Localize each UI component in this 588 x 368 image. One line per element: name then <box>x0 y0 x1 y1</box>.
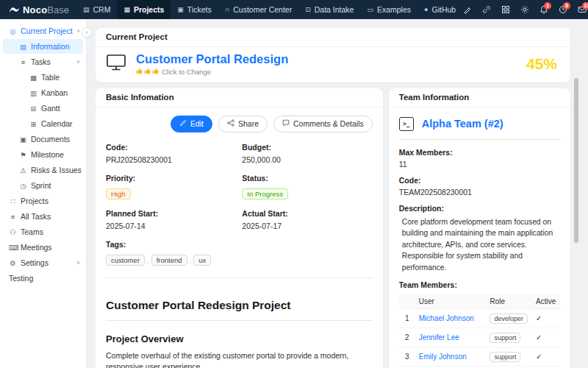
bell-badge: 1 <box>544 2 551 10</box>
sidebar-item-tasks[interactable]: ≡ Tasks ∧ <box>3 54 83 69</box>
sidebar-item-label: Projects <box>21 197 49 205</box>
sidebar-item-table[interactable]: ▦ Table <box>3 70 83 85</box>
logo-text-light: Base <box>47 4 69 15</box>
edit-button[interactable]: Edit <box>171 116 212 132</box>
basic-information-title: Basic Infomation <box>96 88 383 107</box>
sidebar-item-label: Milestone <box>31 150 64 159</box>
projects-grid-icon: ▦ <box>123 6 130 13</box>
nocobase-logo[interactable]: NocoBase <box>9 3 69 16</box>
sidebar-item-risks-issues[interactable]: ⚠ Risks & Issues <box>3 163 83 177</box>
description-text: Core platform development team focused o… <box>399 216 560 273</box>
active-check-icon: ✓ <box>532 309 560 328</box>
member-name-link[interactable]: Emily Johnson <box>419 353 467 361</box>
sidebar-item-information[interactable]: ▤ Information <box>3 39 83 54</box>
index-column-header <box>399 294 415 309</box>
overview-text: Complete overhaul of the existing custom… <box>106 350 373 368</box>
crm-file-icon: ▤ <box>83 6 90 13</box>
team-members-table: User Role Active 1 Michael Johnson <box>399 294 560 368</box>
sidebar-item-sprint[interactable]: ◷ Sprint <box>3 178 83 193</box>
overview-heading: Project Overview <box>106 333 373 344</box>
main-scrollbar[interactable] <box>574 78 578 243</box>
user-column-header: User <box>415 294 487 309</box>
sidebar-item-settings[interactable]: ⚙ Settings ∨ <box>3 255 83 270</box>
gear-icon[interactable] <box>520 5 529 15</box>
active-column-header: Active <box>532 294 560 309</box>
tickets-icon: ▣ <box>177 6 184 13</box>
chevron-icon: ∧ <box>76 59 80 65</box>
member-name-link[interactable]: Jennifer Lee <box>419 333 459 342</box>
pen-icon[interactable] <box>462 5 472 15</box>
tag-chip[interactable]: ux <box>193 255 211 266</box>
nav-item-projects[interactable]: ▦ Projects <box>117 0 171 19</box>
sidebar-item-teams[interactable]: ⚇ Teams <box>3 224 83 239</box>
nav-item-label: Projects <box>134 5 164 14</box>
main-content: Current Project Customer Portal Redesign… <box>87 19 588 368</box>
member-role-chip: support <box>490 333 520 343</box>
sidebar-item-current-project[interactable]: ◎ Current Project ∧ <box>3 24 83 38</box>
team-members-label: Team Members: <box>399 280 560 289</box>
team-name-link[interactable]: Alpha Team (#2) <box>422 118 503 130</box>
member-index: 2 <box>399 328 415 347</box>
sidebar-item-all-tasks[interactable]: ≡ All Tasks <box>3 209 83 224</box>
chevron-icon: ∧ <box>76 28 80 34</box>
nav-item-label: Examples <box>377 5 411 14</box>
terminal-icon: >_ <box>399 117 414 131</box>
milestone-flag-icon: ⚑ <box>19 151 27 159</box>
nav-item-data-intake[interactable]: ⊡ Data Intake <box>298 0 360 19</box>
project-document: Customer Portal Redesign Project Project… <box>96 278 383 368</box>
thumbs-up-icon <box>152 68 159 76</box>
comments-details-button[interactable]: Comments & Details <box>273 116 373 132</box>
sidebar-item-label: Settings <box>21 258 49 267</box>
nav-item-crm[interactable]: ▤ CRM <box>76 0 117 19</box>
max-members-value: 11 <box>399 160 560 169</box>
sidebar-item-kanban[interactable]: ▥ Kanban <box>3 85 83 100</box>
nav-item-label: Customer Center <box>233 5 292 14</box>
nocobase-swoosh-icon <box>9 5 20 14</box>
link-icon[interactable] <box>481 5 491 15</box>
calendar-icon: ⊞ <box>29 120 37 128</box>
mail-icon[interactable]: 13 <box>577 5 587 15</box>
tag-chip[interactable]: customer <box>106 255 145 266</box>
sidebar-item-label: Current Project <box>21 26 73 35</box>
table-header-row: User Role Active <box>399 294 560 309</box>
sidebar-item-testing[interactable]: Testing <box>3 271 83 286</box>
sidebar-item-milestone[interactable]: ⚑ Milestone <box>3 147 83 162</box>
document-title: Customer Portal Redesign Project <box>106 299 373 321</box>
sidebar-item-projects[interactable]: ∷ Projects <box>3 194 83 208</box>
member-name-link[interactable]: Michael Johnson <box>419 314 474 322</box>
bell-icon[interactable]: 1 <box>539 5 548 15</box>
sidebar-item-documents[interactable]: ▣ Documents <box>3 132 83 146</box>
chevron-icon: ∨ <box>76 260 80 266</box>
click-to-change-hint[interactable]: Click to Change <box>136 68 288 76</box>
left-sidebar: ◎ Current Project ∧ ▤ Information ≡ Task… <box>0 19 87 368</box>
nav-item-examples[interactable]: ▭ Examples <box>360 0 417 19</box>
sidebar-item-calendar[interactable]: ⊞ Calendar <box>3 116 83 131</box>
nav-item-label: GitHub <box>431 5 456 14</box>
grid-icon[interactable] <box>501 5 510 15</box>
nav-item-github[interactable]: ● GitHub <box>417 0 462 19</box>
sidebar-item-gantt[interactable]: ⊟ Gantt <box>3 101 83 116</box>
max-members-label: Max Members: <box>399 148 560 157</box>
sidebar-item-label: Meetings <box>21 243 52 252</box>
field-tags: Tags: customer,frontend,ux, <box>106 240 373 266</box>
clock-icon[interactable]: 8 <box>558 5 567 15</box>
sidebar-item-label: Kanban <box>41 88 68 97</box>
sidebar-item-label: Calendar <box>41 119 73 128</box>
sidebar-collapse-button[interactable]: ‹ <box>82 27 92 38</box>
tag-chip[interactable]: frontend <box>151 255 187 266</box>
project-title[interactable]: Customer Portal Redesign <box>136 52 288 66</box>
team-information-card: Team Information >_ Alpha Team (#2) Max … <box>389 88 570 368</box>
team-code-value: TEAM202508230001 <box>399 188 560 197</box>
top-navbar: NocoBase ▤ CRM ▦ Projects ▣ Tickets ∩ Cu… <box>0 0 588 19</box>
field-priority: Priority: High <box>106 174 236 199</box>
sidebar-item-meetings[interactable]: ⌨ Meetings <box>3 240 83 255</box>
nav-item-tickets[interactable]: ▣ Tickets <box>171 0 218 19</box>
settings-gear-icon: ⚙ <box>9 259 17 267</box>
monitor-icon <box>106 54 126 74</box>
examples-desktop-icon: ▭ <box>367 6 373 13</box>
nav-item-customer-center[interactable]: ∩ Customer Center <box>218 0 298 19</box>
sidebar-item-label: Table <box>41 73 60 82</box>
share-button[interactable]: Share <box>218 116 268 132</box>
sidebar-item-label: Sprint <box>31 181 51 190</box>
github-icon: ● <box>424 6 428 13</box>
